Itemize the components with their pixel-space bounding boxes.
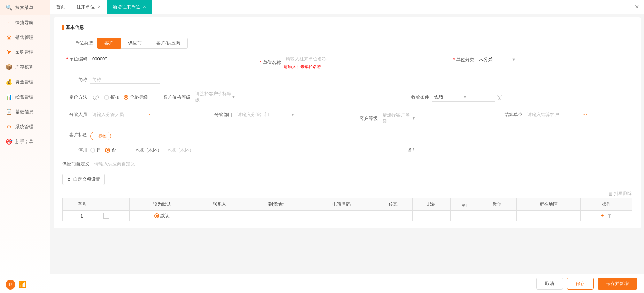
- tab-unit-list[interactable]: 往来单位 ✕: [71, 0, 107, 14]
- unit-type-label: 单位类型: [62, 40, 97, 46]
- radio-grade[interactable]: 价格等级: [124, 94, 148, 100]
- customer-price-select[interactable]: 请选择客户价格等级 ▼: [193, 89, 270, 105]
- cell-qq[interactable]: [451, 211, 478, 221]
- radio-no[interactable]: 否: [105, 147, 116, 153]
- tab-unit-list-label: 往来单位: [77, 4, 95, 10]
- customer-grade-label: 客户等级: [353, 115, 380, 122]
- sidebar-item-purchase[interactable]: 🛍 采购管理: [0, 45, 50, 59]
- field-manager: 分管人员 ···: [62, 111, 197, 119]
- home-icon: ⌂: [6, 19, 13, 26]
- customer-price-label: 客户价格等级: [162, 94, 193, 100]
- payment-terms-select[interactable]: 现结 ▼: [432, 92, 495, 102]
- short-name-input[interactable]: [90, 75, 160, 84]
- sidebar-search[interactable]: 🔍 搜索菜单: [0, 0, 50, 15]
- save-and-new-button[interactable]: 保存并新增: [598, 278, 637, 290]
- window-close-button[interactable]: ✕: [630, 0, 644, 14]
- sidebar-item-guide[interactable]: 🎯 新手引导: [0, 134, 50, 149]
- custom-settings-button[interactable]: ⚙ 自定义项设置: [62, 174, 105, 185]
- sidebar-item-inventory[interactable]: 📦 库存核算: [0, 59, 50, 74]
- region-input[interactable]: [165, 146, 227, 154]
- sidebar-item-sales[interactable]: ◎ 销售管理: [0, 30, 50, 45]
- manager-dots-btn[interactable]: ···: [146, 112, 153, 118]
- tab-new-unit[interactable]: 新增往来单位 ✕: [107, 0, 152, 14]
- tab-new-unit-label: 新增往来单位: [113, 4, 140, 10]
- payment-terms-help-icon[interactable]: ?: [497, 95, 502, 100]
- sidebar-item-basic[interactable]: 📋 基础信息: [0, 104, 50, 119]
- sidebar-item-label: 资金管理: [15, 79, 33, 85]
- add-row-btn[interactable]: +: [599, 213, 605, 219]
- manager-label: 分管人员: [62, 112, 90, 118]
- purchase-icon: 🛍: [6, 49, 13, 55]
- sidebar-bottom-icon: 📶: [19, 281, 26, 288]
- unit-code-label: 单位编码: [62, 56, 90, 62]
- settlement-dots-btn[interactable]: ···: [581, 112, 588, 118]
- batch-delete-icon: 🗑: [608, 191, 613, 196]
- type-btn-supplier[interactable]: 供应商: [121, 38, 149, 49]
- unit-category-select[interactable]: 未分类 ▼: [477, 55, 547, 64]
- col-fax: 传真: [374, 198, 412, 211]
- sidebar-item-label: 库存核算: [15, 64, 33, 70]
- sidebar-item-finance[interactable]: 💰 资金管理: [0, 74, 50, 89]
- region-dots-btn[interactable]: ···: [227, 147, 235, 153]
- cell-wechat[interactable]: [478, 211, 517, 221]
- cell-region-val[interactable]: [516, 211, 580, 221]
- contacts-table: 序号 设为默认 联系人 到货地址 电话号码 传真 邮箱 qq 微信 所在地区 操…: [62, 198, 632, 221]
- add-tag-button[interactable]: + 标签: [90, 132, 111, 140]
- col-checkbox: [101, 198, 129, 211]
- cell-email[interactable]: [412, 211, 451, 221]
- sales-icon: ◎: [6, 34, 13, 41]
- customer-grade-select[interactable]: 请选择客户等级 ▼: [380, 111, 443, 126]
- unit-type-row: 单位类型 客户 供应商 客户/供应商: [62, 38, 632, 49]
- row-checkbox[interactable]: [103, 213, 109, 219]
- settlement-input[interactable]: [525, 111, 581, 119]
- field-unit-name: 单位名称 请输入往来单位名称: [256, 55, 439, 70]
- radio-discount-circle: [104, 95, 109, 100]
- unit-code-input[interactable]: [90, 55, 160, 63]
- unit-name-input[interactable]: [284, 55, 367, 63]
- sidebar-item-quick-nav[interactable]: ⌂ 快捷导航: [0, 15, 50, 30]
- cell-phone[interactable]: [309, 211, 374, 221]
- batch-delete-label[interactable]: 批量删除: [614, 190, 632, 197]
- remarks-label: 备注: [392, 147, 419, 153]
- row-default-radio[interactable]: 默认: [132, 213, 191, 219]
- tab-unit-list-close[interactable]: ✕: [97, 5, 101, 9]
- cell-fax[interactable]: [374, 211, 412, 221]
- table-row: 1 默认: [63, 211, 632, 221]
- operation-icon: 📊: [6, 93, 13, 100]
- delete-row-btn[interactable]: 🗑: [606, 213, 613, 219]
- sidebar-item-system[interactable]: ⚙ 系统管理: [0, 119, 50, 134]
- supplier-custom-input[interactable]: [92, 160, 190, 168]
- save-button[interactable]: 保存: [567, 278, 594, 290]
- field-settlement: 结算单位 ···: [497, 111, 632, 119]
- main-area: 首页 往来单位 ✕ 新增往来单位 ✕ ✕ 基本信息 单位类型 客户 供应商 客户…: [50, 0, 644, 293]
- pricing-help-icon[interactable]: ?: [93, 95, 99, 100]
- cell-checkbox[interactable]: [101, 211, 129, 221]
- tab-home-label: 首页: [56, 4, 65, 10]
- remarks-input[interactable]: [419, 146, 524, 154]
- field-customer-grade: 客户等级 请选择客户等级 ▼: [353, 111, 487, 126]
- sidebar-item-label: 采购管理: [15, 49, 33, 55]
- form-row-pricing: 定价方法 ? 折扣 价格等级 客户价格等级: [62, 89, 632, 105]
- cancel-button[interactable]: 取消: [536, 278, 563, 290]
- unit-category-label: 单位分类: [449, 57, 477, 63]
- col-seq: 序号: [63, 198, 101, 211]
- short-name-label: 简称: [62, 76, 90, 83]
- col-contact: 联系人: [194, 198, 245, 211]
- type-btn-both[interactable]: 客户/供应商: [149, 38, 188, 49]
- tab-new-unit-close[interactable]: ✕: [142, 5, 147, 9]
- radio-discount[interactable]: 折扣: [104, 94, 119, 100]
- department-input[interactable]: [235, 111, 291, 119]
- cell-address[interactable]: [245, 211, 309, 221]
- manager-input[interactable]: [90, 111, 146, 119]
- custom-settings-icon: ⚙: [67, 177, 71, 182]
- tab-home[interactable]: 首页: [50, 0, 71, 14]
- cell-contact[interactable]: [194, 211, 245, 221]
- guide-icon: 🎯: [6, 138, 13, 145]
- customer-grade-placeholder: 请选择客户等级: [383, 112, 412, 124]
- type-btn-customer[interactable]: 客户: [97, 38, 121, 49]
- disabled-radio-group: 是 否: [90, 147, 116, 153]
- sidebar-item-operation[interactable]: 📊 经营管理: [0, 89, 50, 104]
- field-pricing-method: 定价方法 ? 折扣 价格等级: [62, 94, 148, 100]
- section-title-text: 基本信息: [66, 24, 84, 31]
- radio-yes[interactable]: 是: [90, 147, 101, 153]
